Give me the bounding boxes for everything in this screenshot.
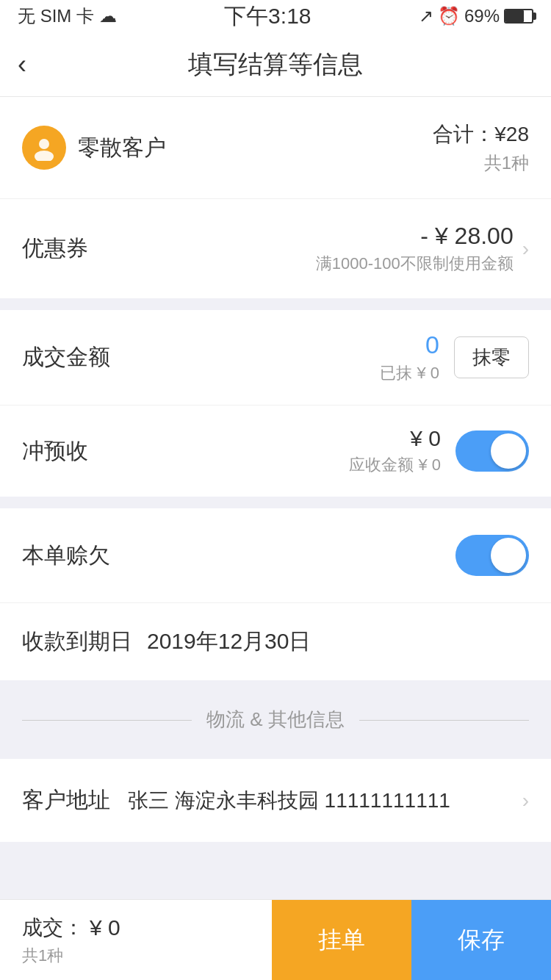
prepay-label: 冲预收 bbox=[22, 436, 88, 466]
prepay-sub-amount: 应收金额 ¥ 0 bbox=[349, 454, 441, 476]
transaction-amount-label: 成交金额 bbox=[22, 342, 110, 372]
prepay-main-amount: ¥ 0 bbox=[349, 426, 441, 451]
transaction-section: 成交金额 0 已抹 ¥ 0 抹零 冲预收 ¥ 0 应收金额 ¥ 0 bbox=[0, 310, 551, 497]
customer-total: 合计：¥28 共1种 bbox=[433, 120, 529, 175]
battery-label: 69% bbox=[464, 6, 500, 26]
customer-left: 零散客户 bbox=[22, 126, 166, 170]
customer-name: 零散客户 bbox=[78, 133, 166, 163]
debt-section: 本单赊欠 收款到期日 2019年12月30日 bbox=[0, 508, 551, 680]
status-time: 下午3:18 bbox=[224, 1, 311, 32]
address-chevron-icon: › bbox=[522, 789, 529, 813]
debt-row: 本单赊欠 bbox=[0, 508, 551, 603]
due-date-value: 2019年12月30日 bbox=[147, 627, 311, 657]
coupon-amount: - ¥ 28.00 bbox=[316, 223, 514, 250]
coupon-row[interactable]: 优惠券 - ¥ 28.00 满1000-100不限制使用金额 › bbox=[0, 198, 551, 298]
coupon-info: - ¥ 28.00 满1000-100不限制使用金额 bbox=[316, 223, 514, 275]
prepay-amount-area: ¥ 0 应收金额 ¥ 0 bbox=[349, 426, 441, 476]
prepay-row: 冲预收 ¥ 0 应收金额 ¥ 0 bbox=[0, 406, 551, 497]
customer-row: 零散客户 合计：¥28 共1种 bbox=[0, 97, 551, 198]
location-icon: ↗ bbox=[419, 6, 433, 26]
status-bar: 无 SIM 卡 ☁ 下午3:18 ↗ ⏰ 69% bbox=[0, 0, 551, 32]
save-button[interactable]: 保存 bbox=[411, 900, 551, 980]
debt-toggle-knob bbox=[491, 538, 526, 573]
hang-button[interactable]: 挂单 bbox=[272, 900, 411, 980]
main-content: 零散客户 合计：¥28 共1种 优惠券 - ¥ 28.00 满1000-100不… bbox=[0, 97, 551, 930]
address-value: 张三 海淀永丰科技园 11111111111 bbox=[128, 787, 522, 815]
bottom-bar: 成交： ¥ 0 共1种 挂单 保存 bbox=[0, 899, 551, 980]
total-count-label: 共1种 bbox=[433, 151, 529, 175]
bottom-deal-label: 成交： bbox=[22, 914, 84, 942]
due-date-row: 收款到期日 2019年12月30日 bbox=[0, 603, 551, 680]
due-date-label: 收款到期日 bbox=[22, 627, 132, 657]
alarm-icon: ⏰ bbox=[438, 6, 460, 26]
address-label: 客户地址 bbox=[22, 785, 110, 815]
bottom-deal-info: 成交： ¥ 0 共1种 bbox=[0, 914, 272, 967]
page-title: 填写结算等信息 bbox=[188, 48, 363, 82]
status-right: ↗ ⏰ 69% bbox=[419, 6, 533, 26]
chevron-right-icon: › bbox=[522, 237, 529, 261]
customer-section: 零散客户 合计：¥28 共1种 优惠券 - ¥ 28.00 满1000-100不… bbox=[0, 97, 551, 298]
round-button[interactable]: 抹零 bbox=[454, 336, 529, 378]
amount-area: 0 已抹 ¥ 0 bbox=[380, 331, 439, 384]
bottom-count: 共1种 bbox=[22, 945, 250, 967]
bottom-deal-row: 成交： ¥ 0 bbox=[22, 914, 250, 942]
coupon-label: 优惠券 bbox=[22, 234, 88, 264]
debt-toggle[interactable] bbox=[455, 535, 529, 576]
toggle-knob bbox=[491, 433, 526, 469]
coupon-right: - ¥ 28.00 满1000-100不限制使用金额 › bbox=[316, 223, 529, 275]
coupon-desc: 满1000-100不限制使用金额 bbox=[316, 253, 514, 275]
debt-label: 本单赊欠 bbox=[22, 541, 110, 571]
prepay-toggle[interactable] bbox=[455, 430, 529, 472]
svg-point-1 bbox=[35, 151, 54, 161]
address-section: 客户地址 张三 海淀永丰科技园 11111111111 › bbox=[0, 759, 551, 842]
logistics-header: 物流 & 其他信息 bbox=[0, 692, 551, 747]
svg-point-0 bbox=[39, 139, 49, 149]
back-button[interactable]: ‹ bbox=[18, 49, 26, 80]
battery-icon bbox=[504, 9, 533, 24]
bottom-deal-amount: ¥ 0 bbox=[90, 915, 120, 940]
address-row[interactable]: 客户地址 张三 海淀永丰科技园 11111111111 › bbox=[0, 759, 551, 842]
sim-label: 无 SIM 卡 ☁ bbox=[18, 4, 117, 28]
prepay-right: ¥ 0 应收金额 ¥ 0 bbox=[349, 426, 529, 476]
amount-sub: 已抹 ¥ 0 bbox=[380, 362, 439, 384]
avatar bbox=[22, 126, 66, 170]
transaction-amount-row: 成交金额 0 已抹 ¥ 0 抹零 bbox=[0, 310, 551, 406]
nav-bar: ‹ 填写结算等信息 bbox=[0, 32, 551, 97]
logistics-title: 物流 & 其他信息 bbox=[192, 707, 359, 732]
total-amount-label: 合计：¥28 bbox=[433, 120, 529, 148]
transaction-amount-right: 0 已抹 ¥ 0 抹零 bbox=[380, 331, 529, 384]
amount-value: 0 bbox=[380, 331, 439, 359]
bottom-buttons: 挂单 保存 bbox=[272, 900, 551, 980]
status-left: 无 SIM 卡 ☁ bbox=[18, 4, 117, 28]
